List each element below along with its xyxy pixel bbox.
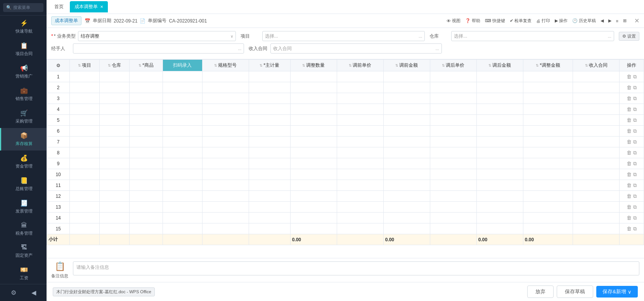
cell-spec[interactable] (202, 158, 249, 169)
cell-scan[interactable] (163, 213, 202, 223)
cell-pre_amount[interactable] (383, 158, 430, 169)
cell-goods[interactable] (130, 223, 163, 234)
cell-pre_amount[interactable] (383, 82, 430, 93)
cell-post_amount[interactable] (476, 158, 523, 169)
cell-scan[interactable] (163, 104, 202, 115)
cell-project[interactable] (70, 82, 100, 93)
cell-warehouse[interactable] (100, 104, 130, 115)
cell-adj_qty[interactable] (290, 115, 337, 126)
cell-post_price[interactable] (430, 158, 476, 169)
cell-spec[interactable] (202, 71, 249, 82)
cell-scan[interactable] (163, 223, 202, 234)
cell-unit[interactable] (249, 158, 290, 169)
copy-icon[interactable]: ⧉ (633, 215, 637, 221)
cell-income_contract[interactable] (573, 137, 620, 147)
cell-adj_qty[interactable] (290, 223, 337, 234)
cell-unit[interactable] (249, 82, 290, 93)
cell-income_contract[interactable] (573, 158, 620, 169)
history-btn[interactable]: 🕐 历史草稿 (572, 18, 596, 24)
cell-unit[interactable] (249, 147, 290, 158)
cell-pre_amount[interactable] (383, 169, 430, 180)
cell-post_amount[interactable] (476, 180, 523, 191)
nav-next-btn[interactable]: ▶ (608, 18, 611, 23)
cell-income_contract[interactable] (573, 202, 620, 213)
cell-goods[interactable] (130, 71, 163, 82)
cell-project[interactable] (70, 202, 100, 213)
copy-icon[interactable]: ⧉ (633, 193, 637, 199)
delete-icon[interactable]: 🗑 (627, 85, 632, 91)
collapse-icon[interactable]: ◀ (30, 287, 38, 298)
cell-adj_amount[interactable] (523, 126, 573, 137)
cell-adj_amount[interactable] (523, 147, 573, 158)
cell-adj_qty[interactable] (290, 213, 337, 223)
sidebar-item-purchase-mgmt[interactable]: 🛒采购管理 (0, 106, 47, 128)
cell-goods[interactable] (130, 93, 163, 104)
cell-project[interactable] (70, 126, 100, 137)
discard-button[interactable]: 放弃 (527, 285, 554, 298)
cell-unit[interactable] (249, 202, 290, 213)
cell-goods[interactable] (130, 158, 163, 169)
cell-spec[interactable] (202, 223, 249, 234)
cell-post_price[interactable] (430, 115, 476, 126)
cell-pre_price[interactable] (337, 202, 383, 213)
cell-income_contract[interactable] (573, 104, 620, 115)
business-type-select[interactable]: 结存调整 ∨ (78, 31, 236, 41)
warehouse-dots-icon[interactable]: ... (608, 34, 611, 38)
cell-project[interactable] (70, 191, 100, 202)
help-btn[interactable]: ❓ 帮助 (465, 18, 480, 24)
copy-icon[interactable]: ⧉ (633, 182, 637, 189)
delete-icon[interactable]: 🗑 (627, 150, 632, 156)
cell-post_amount[interactable] (476, 115, 523, 126)
cell-project[interactable] (70, 158, 100, 169)
cell-post_amount[interactable] (476, 191, 523, 202)
sidebar-item-ledger-mgmt[interactable]: 📒总账管理 (0, 173, 47, 195)
income-contract-input[interactable]: 收入合同 ... (270, 43, 441, 54)
cell-income_contract[interactable] (573, 126, 620, 137)
cell-spec[interactable] (202, 137, 249, 147)
delete-icon[interactable]: 🗑 (627, 128, 632, 134)
cell-post_price[interactable] (430, 82, 476, 93)
cell-spec[interactable] (202, 82, 249, 93)
cell-pre_amount[interactable] (383, 137, 430, 147)
sidebar-item-tax-mgmt[interactable]: 🏛税务管理 (0, 218, 47, 240)
cell-goods[interactable] (130, 115, 163, 126)
cell-project[interactable] (70, 180, 100, 191)
close-window-btn[interactable]: ✕ (634, 17, 639, 24)
delete-icon[interactable]: 🗑 (627, 106, 632, 112)
sidebar-item-inventory-calc[interactable]: 📦库存核算 (0, 128, 47, 150)
cell-pre_amount[interactable] (383, 202, 430, 213)
cell-goods[interactable] (130, 191, 163, 202)
cell-pre_amount[interactable] (383, 104, 430, 115)
cell-pre_price[interactable] (337, 115, 383, 126)
cell-adj_qty[interactable] (290, 191, 337, 202)
cell-unit[interactable] (249, 213, 290, 223)
cell-goods[interactable] (130, 104, 163, 115)
cell-scan[interactable] (163, 137, 202, 147)
cell-income_contract[interactable] (573, 223, 620, 234)
cell-unit[interactable] (249, 169, 290, 180)
cell-adj_amount[interactable] (523, 169, 573, 180)
cell-scan[interactable] (163, 191, 202, 202)
cell-adj_amount[interactable] (523, 191, 573, 202)
cell-unit[interactable] (249, 115, 290, 126)
cell-adj_qty[interactable] (290, 202, 337, 213)
delete-icon[interactable]: 🗑 (627, 204, 632, 210)
cell-warehouse[interactable] (100, 223, 130, 234)
cell-warehouse[interactable] (100, 202, 130, 213)
copy-icon[interactable]: ⧉ (633, 161, 637, 167)
print-btn[interactable]: 🖨 打印 (536, 18, 550, 24)
cell-adj_qty[interactable] (290, 82, 337, 93)
cell-adj_qty[interactable] (290, 71, 337, 82)
cell-project[interactable] (70, 223, 100, 234)
cell-spec[interactable] (202, 169, 249, 180)
cell-warehouse[interactable] (100, 147, 130, 158)
copy-icon[interactable]: ⧉ (633, 85, 637, 91)
cell-scan[interactable] (163, 82, 202, 93)
cell-income_contract[interactable] (573, 147, 620, 158)
cell-project[interactable] (70, 93, 100, 104)
cell-project[interactable] (70, 137, 100, 147)
delete-icon[interactable]: 🗑 (627, 215, 632, 221)
cell-scan[interactable] (163, 93, 202, 104)
cell-adj_amount[interactable] (523, 71, 573, 82)
cell-warehouse[interactable] (100, 137, 130, 147)
